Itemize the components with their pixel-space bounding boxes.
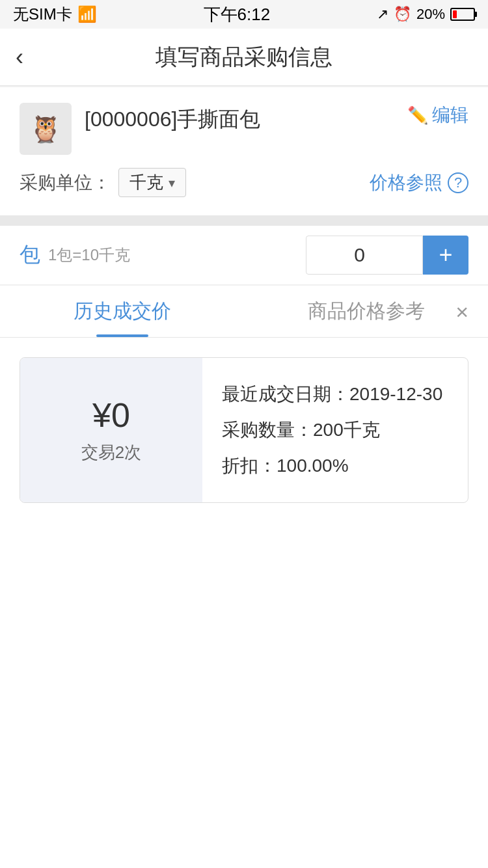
tabs-close-button[interactable]: × bbox=[455, 299, 468, 324]
discount-value: 100.00% bbox=[277, 455, 349, 476]
nav-bar: ‹ 填写商品采购信息 bbox=[0, 29, 488, 86]
edit-icon: ✏️ bbox=[407, 105, 428, 126]
product-thumbnail: 🦉 bbox=[20, 103, 72, 155]
tab-content: ¥0 交易2次 最近成交日期：2019-12-30 采购数量：200千克 折扣：… bbox=[0, 338, 488, 529]
recent-date-label: 最近成交日期： bbox=[222, 384, 349, 404]
quantity-row: 包 1包=10千克 + bbox=[0, 226, 488, 284]
battery-percent: 20% bbox=[416, 6, 445, 23]
quantity-controls: + bbox=[306, 236, 468, 275]
tab-active-underline bbox=[96, 334, 148, 337]
status-bar: 无SIM卡 📶 下午6:12 ↗ ⏰ 20% bbox=[0, 0, 488, 29]
price-card-left: ¥0 交易2次 bbox=[20, 358, 202, 502]
product-name: [0000006]手撕面包 bbox=[85, 105, 260, 134]
page-body bbox=[0, 529, 488, 868]
purchase-qty-label: 采购数量： bbox=[222, 420, 313, 440]
location-icon: ↗ bbox=[377, 6, 388, 23]
unit-value: 千克 bbox=[129, 171, 163, 194]
battery-icon bbox=[450, 8, 475, 21]
quantity-input[interactable] bbox=[306, 236, 423, 275]
dropdown-arrow-icon: ▾ bbox=[169, 175, 175, 191]
status-left: 无SIM卡 📶 bbox=[13, 4, 97, 25]
product-image: 🦉 bbox=[29, 114, 62, 144]
unit-conversion: 1包=10千克 bbox=[48, 245, 130, 265]
help-icon: ? bbox=[448, 172, 468, 193]
recent-date-value: 2019-12-30 bbox=[349, 384, 442, 404]
tab-history-price[interactable]: 历史成交价 bbox=[0, 286, 244, 337]
trade-count: 交易2次 bbox=[81, 441, 141, 464]
unit-info: 包 1包=10千克 bbox=[20, 241, 130, 269]
product-section: 🦉 [0000006]手撕面包 ✏️ 编辑 采购单位： 千克 ▾ 价格参照 ? bbox=[0, 87, 488, 215]
unit-character: 包 bbox=[20, 241, 40, 269]
discount-label: 折扣： bbox=[222, 455, 277, 476]
back-button[interactable]: ‹ bbox=[16, 44, 23, 71]
status-time: 下午6:12 bbox=[204, 3, 271, 26]
sim-signal: 无SIM卡 bbox=[13, 4, 72, 25]
edit-label: 编辑 bbox=[432, 103, 468, 128]
status-right: ↗ ⏰ 20% bbox=[377, 6, 475, 23]
unit-row: 采购单位： 千克 ▾ 价格参照 ? bbox=[20, 168, 468, 197]
product-left: 🦉 [0000006]手撕面包 bbox=[20, 103, 260, 155]
price-ref-label: 价格参照 bbox=[370, 170, 442, 195]
product-header: 🦉 [0000006]手撕面包 ✏️ 编辑 bbox=[20, 103, 468, 155]
wifi-icon: 📶 bbox=[77, 5, 97, 23]
page-title: 填写商品采购信息 bbox=[156, 42, 332, 72]
purchase-unit-label: 采购单位： bbox=[20, 170, 111, 195]
tab-price-reference[interactable]: 商品价格参考 bbox=[244, 286, 488, 337]
tabs-section: 历史成交价 商品价格参考 × ¥0 交易2次 最近成交日期：2019-12-30… bbox=[0, 286, 488, 529]
tabs-header: 历史成交价 商品价格参考 × bbox=[0, 286, 488, 338]
tab-price-reference-label: 商品价格参考 bbox=[308, 298, 425, 325]
section-divider bbox=[0, 215, 488, 226]
alarm-icon: ⏰ bbox=[394, 6, 411, 23]
purchase-qty-row: 采购数量：200千克 bbox=[222, 417, 448, 442]
quantity-plus-button[interactable]: + bbox=[423, 236, 468, 275]
purchase-qty-value: 200千克 bbox=[313, 420, 380, 440]
unit-badge[interactable]: 千克 ▾ bbox=[118, 168, 186, 197]
history-price-card: ¥0 交易2次 最近成交日期：2019-12-30 采购数量：200千克 折扣：… bbox=[20, 357, 468, 503]
price-ref-button[interactable]: 价格参照 ? bbox=[370, 170, 468, 195]
discount-row: 折扣：100.00% bbox=[222, 453, 448, 478]
price-card-right: 最近成交日期：2019-12-30 采购数量：200千克 折扣：100.00% bbox=[202, 358, 468, 502]
price-amount: ¥0 bbox=[92, 396, 130, 435]
recent-date-row: 最近成交日期：2019-12-30 bbox=[222, 381, 448, 407]
tab-history-price-label: 历史成交价 bbox=[74, 298, 171, 325]
edit-button[interactable]: ✏️ 编辑 bbox=[407, 103, 468, 128]
unit-left: 采购单位： 千克 ▾ bbox=[20, 168, 186, 197]
